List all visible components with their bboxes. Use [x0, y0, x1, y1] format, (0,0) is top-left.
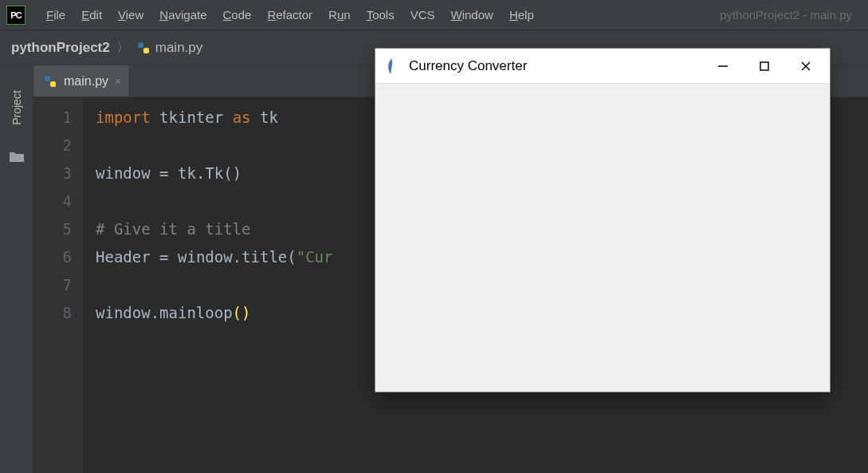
left-sidebar: Project	[0, 65, 33, 473]
feather-icon	[385, 58, 401, 74]
code-token: window.title(	[178, 248, 297, 266]
svg-rect-1	[143, 48, 149, 53]
code-token: =	[159, 164, 168, 182]
line-number: 1	[40, 104, 72, 132]
menu-view[interactable]: View	[110, 5, 151, 25]
menu-edit[interactable]: Edit	[73, 5, 110, 25]
breadcrumb-file[interactable]: main.py	[136, 40, 203, 56]
code-token: tk	[260, 108, 278, 126]
python-file-icon	[136, 41, 151, 55]
menu-run[interactable]: Run	[320, 5, 359, 25]
close-icon[interactable]: ×	[115, 75, 121, 88]
menu-vcs[interactable]: VCS	[403, 5, 443, 25]
code-token: window	[96, 164, 151, 182]
breadcrumb-separator: 〉	[116, 38, 130, 57]
code-token: window.mainloop	[96, 304, 233, 321]
sidebar-project-tab[interactable]: Project	[10, 90, 23, 125]
tk-titlebar[interactable]: Currency Converter	[375, 49, 830, 84]
menu-file[interactable]: File	[38, 5, 73, 25]
tk-window-title: Currency Converter	[409, 58, 702, 74]
svg-rect-3	[50, 81, 56, 87]
code-string: "Cur	[297, 248, 333, 266]
svg-rect-5	[760, 62, 768, 70]
line-gutter: 1 2 3 4 5 6 7 8	[33, 97, 83, 473]
folder-icon[interactable]	[9, 151, 25, 164]
menu-help[interactable]: Help	[501, 5, 542, 25]
code-token: Header	[96, 248, 151, 266]
svg-rect-0	[138, 42, 143, 48]
menu-bar: PC File Edit View Navigate Code Refactor…	[0, 0, 868, 30]
menu-window[interactable]: Window	[443, 5, 501, 25]
line-number: 6	[40, 243, 72, 271]
close-button[interactable]	[785, 51, 827, 81]
svg-rect-2	[45, 76, 50, 81]
line-number: 2	[40, 132, 72, 160]
code-content[interactable]: import tkinter as tk window = tk.Tk() # …	[83, 97, 345, 473]
breadcrumb-file-label: main.py	[155, 40, 203, 56]
code-token: import	[96, 108, 151, 126]
line-number: 4	[40, 187, 72, 215]
line-number: 5	[40, 215, 72, 243]
minimize-button[interactable]	[702, 51, 744, 81]
code-token: tk.Tk()	[178, 164, 242, 182]
code-token: as	[233, 108, 251, 126]
line-number: 3	[40, 160, 72, 187]
code-comment: # Give it a title	[96, 220, 250, 238]
app-logo: PC	[6, 6, 26, 25]
menu-refactor[interactable]: Refactor	[259, 5, 320, 25]
tk-window-body	[375, 84, 830, 392]
window-title: pythonProject2 - main.py	[720, 8, 862, 22]
code-paren: )	[242, 304, 250, 321]
python-file-icon	[43, 74, 57, 89]
editor-tab-main[interactable]: main.py ×	[33, 65, 130, 97]
code-token: =	[159, 248, 168, 266]
editor-tab-label: main.py	[64, 74, 108, 89]
code-paren: (	[233, 304, 242, 321]
code-token: tkinter	[159, 108, 223, 126]
menu-code[interactable]: Code	[215, 5, 260, 25]
line-number: 7	[40, 271, 72, 299]
tkinter-app-window[interactable]: Currency Converter	[375, 48, 831, 392]
line-number: 8	[40, 299, 72, 327]
breadcrumb-project[interactable]: pythonProject2	[11, 40, 110, 56]
menu-tools[interactable]: Tools	[359, 5, 403, 25]
maximize-button[interactable]	[744, 51, 785, 81]
menu-navigate[interactable]: Navigate	[151, 5, 214, 25]
